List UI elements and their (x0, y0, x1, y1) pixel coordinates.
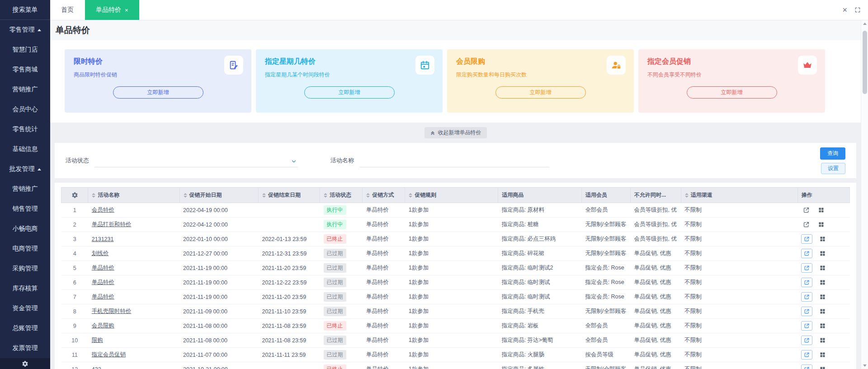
more-actions-icon[interactable] (816, 220, 826, 230)
status-badge: 已过期 (324, 249, 346, 258)
filter-panel: 活动状态 活动名称 查询 设置 (55, 143, 856, 178)
end-date-cell: 2021-11-20 23:59 (258, 261, 320, 275)
sidebar-item-10[interactable]: 小畅电商 (0, 219, 50, 239)
activity-name-link[interactable]: 单品打折和特价 (92, 221, 132, 227)
sidebar-item-14[interactable]: 资金管理 (0, 298, 50, 318)
column-header-2[interactable]: 促销开始日期 (179, 188, 258, 203)
status-cell: 已终止 (320, 319, 363, 333)
product-cell: 指定商品: 多属性 (498, 362, 582, 369)
sidebar-item-12[interactable]: 采购管理 (0, 259, 50, 279)
sidebar-item-7[interactable]: 批发管理 (0, 159, 50, 179)
fullscreen-icon[interactable] (854, 7, 861, 13)
activity-name-link[interactable]: 限购 (92, 337, 103, 343)
activity-name-link[interactable]: 手机壳限时特价 (92, 308, 132, 314)
open-record-icon[interactable] (801, 249, 812, 258)
column-header-4[interactable]: 活动状态 (320, 188, 363, 203)
column-header-6[interactable]: 促销规则 (405, 188, 498, 203)
column-header-10[interactable]: 适用渠道 (681, 188, 797, 203)
open-record-icon[interactable] (801, 307, 812, 316)
sidebar-item-4[interactable]: 会员中心 (0, 99, 50, 119)
column-header-5[interactable]: 促销方式 (363, 188, 405, 203)
more-actions-icon[interactable] (817, 307, 827, 317)
open-record-icon[interactable] (801, 278, 812, 287)
activity-name-link[interactable]: 指定会员促销 (92, 351, 126, 358)
open-record-icon[interactable] (801, 220, 811, 230)
rule-cell: 1款参加 (405, 275, 498, 290)
conflict-cell: 会员等级折扣, 优 (631, 203, 681, 218)
open-record-icon[interactable] (801, 263, 812, 273)
add-new-button[interactable]: 立即新增 (304, 86, 395, 99)
sort-icon[interactable] (262, 193, 266, 198)
status-filter-select[interactable] (94, 154, 298, 167)
open-record-icon[interactable] (801, 292, 812, 302)
sort-icon[interactable] (409, 193, 412, 198)
name-filter-input[interactable] (359, 154, 549, 167)
open-record-icon[interactable] (801, 364, 812, 369)
activity-name-link[interactable]: 单品特价 (92, 279, 114, 285)
add-new-button[interactable]: 立即新增 (495, 86, 586, 99)
scroll-down-icon[interactable] (861, 362, 868, 369)
sidebar-item-3[interactable]: 营销推广 (0, 80, 50, 99)
tab-home[interactable]: 首页 (50, 0, 85, 20)
settings-button[interactable]: 设置 (821, 163, 845, 174)
sidebar-search[interactable]: 搜索菜单 (0, 0, 50, 20)
more-actions-icon[interactable] (817, 364, 827, 369)
more-actions-icon[interactable] (816, 205, 826, 215)
sidebar-settings-button[interactable] (0, 358, 50, 369)
column-header-3[interactable]: 促销结束日期 (258, 188, 320, 203)
channel-cell: 不限制 (681, 203, 797, 218)
activity-name-link[interactable]: 会员特价 (92, 207, 114, 213)
more-actions-icon[interactable] (817, 292, 827, 302)
sidebar-item-13[interactable]: 库存核算 (0, 279, 50, 298)
close-icon[interactable]: × (842, 6, 847, 14)
sort-icon[interactable] (324, 193, 327, 198)
row-number-cell: 12 (61, 362, 88, 369)
more-actions-icon[interactable] (817, 234, 827, 244)
sidebar-item-6[interactable]: 基础信息 (0, 139, 50, 159)
activity-name-link[interactable]: 432 (92, 366, 101, 369)
add-new-button[interactable]: 立即新增 (687, 86, 777, 99)
scrollbar-thumb[interactable] (863, 31, 867, 94)
operations-cell (797, 261, 849, 275)
tab-close-icon[interactable]: × (125, 7, 128, 13)
more-actions-icon[interactable] (817, 249, 827, 259)
open-record-icon[interactable] (801, 321, 812, 331)
sidebar-item-1[interactable]: 智慧门店 (0, 40, 50, 60)
column-header-1[interactable]: 活动名称 (88, 188, 179, 203)
promo-card-subtitle: 不同会员享受不同特价 (647, 71, 816, 79)
sidebar-item-15[interactable]: 总账管理 (0, 318, 50, 338)
sort-icon[interactable] (184, 193, 187, 198)
more-actions-icon[interactable] (817, 321, 827, 331)
activity-name-link[interactable]: 会员限购 (92, 322, 114, 329)
sidebar-item-2[interactable]: 零售商城 (0, 60, 50, 80)
open-record-icon[interactable] (801, 336, 812, 345)
activity-name-link[interactable]: 2131231 (92, 236, 114, 242)
open-record-icon[interactable] (801, 350, 812, 360)
activity-name-link[interactable]: 单品特价 (92, 265, 114, 271)
sort-icon[interactable] (92, 193, 95, 198)
sidebar-item-8[interactable]: 营销推广 (0, 179, 50, 199)
sidebar-item-0[interactable]: 零售管理 (0, 20, 50, 40)
sidebar-item-9[interactable]: 销售管理 (0, 199, 50, 219)
more-actions-icon[interactable] (817, 278, 827, 288)
more-actions-icon[interactable] (817, 350, 827, 360)
add-new-button[interactable]: 立即新增 (113, 86, 203, 99)
activity-name-link[interactable]: 单品特价 (92, 293, 114, 300)
collapse-button[interactable]: 收起新增单品特价 (425, 127, 487, 138)
sort-icon[interactable] (366, 193, 370, 198)
sidebar-item-16[interactable]: 发票管理 (0, 338, 50, 358)
scrollbar[interactable] (861, 20, 868, 369)
query-button[interactable]: 查询 (820, 147, 845, 160)
sidebar-item-label: 总账管理 (13, 324, 38, 332)
tab-single-product-special[interactable]: 单品特价 × (85, 0, 139, 20)
activity-name-link[interactable]: 划线价 (92, 250, 109, 256)
gear-icon[interactable] (71, 192, 78, 199)
scroll-up-icon[interactable] (861, 20, 868, 27)
sidebar-item-11[interactable]: 电商管理 (0, 239, 50, 259)
more-actions-icon[interactable] (817, 263, 827, 273)
open-record-icon[interactable] (801, 205, 811, 215)
open-record-icon[interactable] (801, 234, 812, 244)
sort-icon[interactable] (685, 193, 689, 198)
more-actions-icon[interactable] (817, 336, 827, 345)
sidebar-item-5[interactable]: 零售统计 (0, 119, 50, 139)
